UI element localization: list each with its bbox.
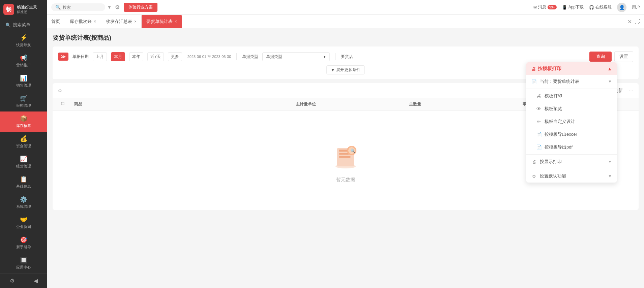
sidebar-item-sales[interactable]: 📊 销售管理 [0,71,47,91]
toolbar-more-icon[interactable]: ⋯ [629,88,633,93]
message-icon: ✉ [533,5,537,10]
trial-btn[interactable]: 体验行业方案 [124,3,157,12]
sidebar-logo: 畅 畅通好生意 标准版 [0,0,47,19]
tab-home[interactable]: 首页 [51,15,65,28]
filter-row-1: ≫ 单据日期 上月 本月 本年 近7天 更多 2023-06-01 至 2023… [58,51,633,62]
tab-order-stats[interactable]: 要货单统计表 × [142,15,182,28]
category-filter-label: 要货店 [341,54,353,60]
sidebar-item-purchase[interactable]: 🛒 采购管理 [0,91,47,111]
user-icon: 👤 [619,5,625,10]
print-dropdown-section-1[interactable]: ⚙ 设置默认功能 ▼ [526,170,617,183]
sidebar-search[interactable]: 🔍 搜索菜单 [0,19,47,31]
print-dropdown-section-0[interactable]: 🖨 按显示打印 ▼ [526,155,617,168]
app-download-icon: 📱 [562,5,567,10]
table-action-icon: ⚙ [58,88,62,93]
print-dropdown-header: 🖨 按模板打印 ▲ [526,62,617,75]
default-function-section-left: ⚙ 设置默认功能 [531,173,566,179]
tab-stock-summary[interactable]: 收发存汇总表 × [101,15,142,28]
topbar-right: ✉ 消息 99+ 📱 App下载 🎧 在线客服 👤 用户 [533,3,640,12]
date-filter-label: 单据日期 [72,54,89,60]
date-range-text: 2023-06-01 至 2023-06-30 [187,54,231,59]
tab-bar: 首页 库存批次账 × 收发存汇总表 × 要货单统计表 × ✕ ⛶ [47,15,644,28]
print-dropdown-item-0[interactable]: 🖨 模板打印 [526,90,617,102]
user-avatar[interactable]: 👤 [617,3,626,12]
export-pdf-icon: 📄 [536,145,542,150]
customer-service-item[interactable]: 🎧 在线客服 [589,4,612,10]
settings-footer-btn[interactable]: ⚙ [10,278,14,284]
basic-icon: 📋 [20,175,27,183]
sidebar-item-appstore[interactable]: 🔲 应用中心 [0,253,47,273]
empty-text: 暂无数据 [336,177,355,183]
th-unit: 主计量单位 [293,101,406,107]
print-dropdown-collapse-btn[interactable]: ▲ [607,66,612,71]
tab-inventory-batch[interactable]: 库存批次账 × [65,15,101,28]
finance-icon: 💰 [20,135,27,142]
app-download-item[interactable]: 📱 App下载 [562,4,584,10]
print-dropdown-item-1[interactable]: 👁 模板预览 [526,102,617,115]
sidebar-footer: ⚙ ◀ [0,273,47,288]
svg-rect-4 [339,156,351,158]
th-product: 商品 [71,101,293,107]
inventory-icon: 📦 [20,115,27,122]
topbar-search-icon: 🔍 [55,5,61,10]
th-checkbox: ☐ [58,101,71,107]
print-dropdown-divider-2 [526,169,617,169]
print-dropdown-current[interactable]: 📄 当前：要货单统计表 ▼ [526,75,617,88]
appstore-icon: 🔲 [20,256,27,264]
top-bar: 🔍 ▼ ⚙ 体验行业方案 ✉ 消息 99+ 📱 App下载 🎧 在线客服 👤 [47,0,644,15]
print-dropdown-current-left: 📄 当前：要货单统计表 [531,78,579,85]
customer-service-icon: 🎧 [589,5,594,10]
top-bar-search-box[interactable]: 🔍 [51,3,105,11]
expand-more-btn[interactable]: ▼ 展开更多条件 [326,65,365,74]
print-dropdown-item-2[interactable]: ✏ 模板自定义设计 [526,115,617,128]
tab-bar-expand-btn[interactable]: ⛶ [635,19,640,25]
print-dropdown-divider-1 [526,154,617,155]
tab-close-stock-summary[interactable]: × [134,19,137,24]
th-checkbox-icon[interactable]: ☐ [61,101,64,106]
print-dropdown-divider-0 [526,89,617,89]
sidebar-item-system[interactable]: ⚙️ 系统管理 [0,192,47,213]
filter-divider-2 [335,53,335,60]
date-btn-more[interactable]: 更多 [168,52,182,61]
sidebar-item-quick-nav[interactable]: ⚡ 快捷导航 [0,31,47,51]
date-btn-this-month[interactable]: 本月 [111,52,125,61]
message-item[interactable]: ✉ 消息 99+ [533,4,557,10]
topbar-gear-icon[interactable]: ⚙ [115,4,120,10]
date-btn-7days[interactable]: 近7天 [147,52,164,61]
svg-rect-3 [339,153,349,155]
guide-icon: 🎯 [20,236,27,244]
type-select-chevron: ▼ [323,55,326,59]
sidebar-item-operation[interactable]: 📈 经营管理 [0,152,47,172]
display-print-chevron: ▼ [608,159,612,164]
type-filter-label: 单据类型 [242,54,258,60]
query-btn[interactable]: 查询 [589,52,612,62]
svg-text:🔍: 🔍 [350,148,355,153]
topbar-dropdown-chevron[interactable]: ▼ [107,5,112,10]
sidebar-item-guide[interactable]: 🎯 新手引导 [0,233,47,253]
tab-close-inventory-batch[interactable]: × [94,19,96,24]
type-filter-select[interactable]: 单据类型 ▼ [262,52,330,61]
display-print-icon: 🖨 [531,159,537,164]
print-dropdown-item-4[interactable]: 📄 按模板导出pdf [526,141,617,154]
topbar-search-input[interactable] [63,5,101,10]
sidebar-item-basic[interactable]: 📋 基础信息 [0,172,47,192]
sales-icon: 📊 [20,74,27,82]
sidebar-item-collab[interactable]: 🤝 企业协同 [0,213,47,233]
date-btn-last-month[interactable]: 上月 [93,52,107,61]
collab-icon: 🤝 [20,216,27,223]
date-btn-this-year[interactable]: 本年 [129,52,143,61]
audio-footer-btn[interactable]: ◀ [34,278,38,284]
marketing-icon: 📢 [20,54,27,62]
tab-bar-close-btn[interactable]: ✕ [627,18,632,25]
print-dropdown: 🖨 按模板打印 ▲ 📄 当前：要货单统计表 ▼ 🖨 模板打印 👁 [526,62,617,183]
sidebar-item-inventory[interactable]: 📦 库存核算 [0,111,47,132]
print-dropdown-item-3[interactable]: 📄 按模板导出excel [526,128,617,141]
empty-illustration: 🔍 [329,138,362,171]
sidebar-item-finance[interactable]: 💰 资金管理 [0,132,47,152]
tab-bar-controls: ✕ ⛶ [627,18,640,25]
tab-close-order-stats[interactable]: × [175,19,177,24]
settings-btn[interactable]: 设置 [614,51,633,62]
filter-expand-btn[interactable]: ≫ [58,53,68,61]
page-title: 要货单统计表(按商品) [53,34,639,42]
sidebar-item-marketing[interactable]: 📢 营销推广 [0,51,47,71]
